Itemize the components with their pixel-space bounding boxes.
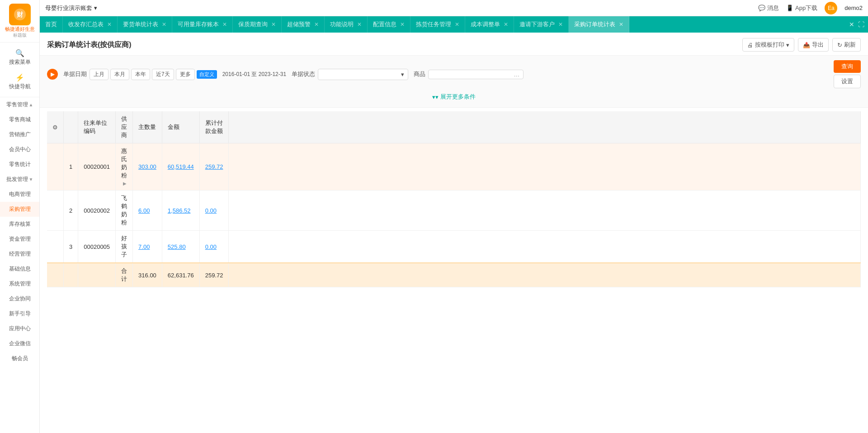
tab-quality-check[interactable]: 保质期查询 ✕ [233,16,282,33]
sidebar-item-retail-stats[interactable]: 零售统计 [0,157,39,172]
close-window-icon[interactable]: ✕ [849,21,854,28]
tab-cost-adjust[interactable]: 成本调整单 ✕ [465,16,514,33]
table-cell-checkbox [47,231,64,263]
refresh-button[interactable]: ↻ 刷新 [832,38,861,52]
amount-link[interactable]: 60,519.44 [168,163,194,170]
filter-row: ▶ 单据日期 上月 本月 本年 近7天 更多 自定义 2016-01-01 至 … [47,60,861,88]
message-icon: 💬 [758,5,765,11]
sidebar-item-retail-mgmt[interactable]: 零售管理 ▲ [0,97,39,112]
paid-amount-link[interactable]: 0.00 [205,207,217,214]
query-button[interactable]: 查询 [834,60,861,73]
print-icon: 🖨 [747,42,753,48]
filter-expand-button[interactable]: ▶ [47,69,58,80]
sidebar-item-ecommerce-label: 电商管理 [9,190,31,198]
sidebar-item-search[interactable]: 🔍 搜索菜单 [0,45,39,70]
paid-amount-link[interactable]: 259.72 [205,163,223,170]
sidebar-item-retail-stats-label: 零售统计 [9,161,31,168]
sidebar-item-retail-shop[interactable]: 零售商城 [0,112,39,127]
tab-purchase-order-stats-label: 采购订单统计表 [574,20,615,29]
sidebar-item-finance[interactable]: 资金管理 [0,232,39,247]
tab-usable-inventory[interactable]: 可用量库存账本 ✕ [172,16,233,33]
sidebar-item-operations[interactable]: 经营管理 [0,247,39,262]
date-preset-last-month[interactable]: 上月 [90,69,108,80]
settings-button[interactable]: 设置 [834,75,861,88]
date-preset-more[interactable]: 更多 [176,69,195,80]
sidebar-item-quicknav[interactable]: ⚡ 快捷导航 [0,70,39,94]
tab-close-icon[interactable]: ✕ [107,21,112,28]
user-name: demo2 [844,5,863,11]
quantity-link[interactable]: 6.00 [138,207,150,214]
search-icon: 🔍 [15,49,24,57]
tab-overstock[interactable]: 超储预警 ✕ [282,16,325,33]
tab-config[interactable]: 配置信息 ✕ [368,16,410,33]
sidebar-item-member2[interactable]: 畅会员 [0,351,39,366]
tab-close-icon[interactable]: ✕ [222,21,227,28]
message-button[interactable]: 💬 消息 [758,4,779,12]
tab-close-icon[interactable]: ✕ [271,21,276,28]
custom-date-badge[interactable]: 自定义 [197,70,217,79]
sidebar-item-marketing[interactable]: 营销推广 [0,127,39,142]
date-preset-this-month[interactable]: 本月 [110,69,129,80]
amount-link[interactable]: 1,586.52 [168,207,191,214]
expand-more-button[interactable]: ▾▾ 展开更多条件 [429,91,479,103]
tab-function-desc-label: 功能说明 [330,20,354,29]
tab-close-icon[interactable]: ✕ [504,21,508,28]
tab-order-stats[interactable]: 要货单统计表 ✕ [118,16,172,33]
amount-link[interactable]: 525.80 [168,243,186,250]
tab-usable-inventory-label: 可用量库存账本 [178,20,219,29]
tab-receipt-summary-label: 收发存汇总表 [68,20,104,29]
sidebar-item-inventory[interactable]: 库存核算 [0,217,39,232]
workspace-chevron-icon: ▾ [94,5,97,11]
tab-invite-customer[interactable]: 邀请下游客户 ✕ [514,16,569,33]
sidebar-item-app-center[interactable]: 应用中心 [0,321,39,336]
expand-window-icon[interactable]: ⛶ [858,21,864,28]
avatar[interactable]: Ea [825,2,837,14]
sidebar-item-wholesale[interactable]: 批发管理 ▼ [0,172,39,187]
tab-picking[interactable]: 拣货任务管理 ✕ [410,16,465,33]
date-preset-this-year[interactable]: 本年 [131,69,150,80]
chevron-right-icon: ▼ [29,177,33,182]
gear-icon[interactable]: ⚙ [52,124,58,131]
sidebar-item-purchase[interactable]: 采购管理 [0,202,39,217]
tab-purchase-order-stats[interactable]: 采购订单统计表 ✕ [569,16,629,33]
table-cell-paid-amount: 0.00 [199,231,229,263]
tab-home[interactable]: 首页 [40,16,63,33]
tab-close-icon[interactable]: ✕ [455,21,459,28]
tab-close-icon[interactable]: ✕ [619,21,623,28]
sidebar-item-guide[interactable]: 新手引导 [0,306,39,321]
sidebar-item-member[interactable]: 会员中心 [0,142,39,157]
product-search-input[interactable] [432,71,514,78]
app-download-button[interactable]: 📱 App下载 [786,4,817,12]
sidebar-item-quicknav-label: 快捷导航 [9,83,31,90]
export-button[interactable]: 📤 导出 [798,38,829,52]
table-cell-supplier-code: 00020005 [78,231,116,263]
app-download-label: App下载 [795,4,817,12]
tab-receipt-summary[interactable]: 收发存汇总表 ✕ [63,16,118,33]
tab-close-icon[interactable]: ✕ [314,21,319,28]
template-print-button[interactable]: 🖨 按模板打印 ▾ [742,38,794,52]
sidebar-item-basic-info[interactable]: 基础信息 [0,262,39,276]
footer-cell-paid-amount: 259.72 [199,263,229,287]
product-filter-dots-icon[interactable]: … [514,71,519,78]
tab-close-icon[interactable]: ✕ [400,21,405,28]
row-expand-icon[interactable]: ▶ [123,181,127,186]
expand-more-row: ▾▾ 展开更多条件 [47,91,861,103]
sidebar-item-ecommerce[interactable]: 电商管理 [0,187,39,202]
status-dropdown[interactable]: ▾ [318,69,408,80]
paid-amount-link[interactable]: 0.00 [205,243,217,250]
tab-close-icon[interactable]: ✕ [162,21,166,28]
table-cell-amount: 60,519.44 [162,143,199,190]
tab-function-desc[interactable]: 功能说明 ✕ [325,16,368,33]
tab-close-icon[interactable]: ✕ [357,21,362,28]
status-dropdown-arrow-icon: ▾ [401,71,404,78]
sidebar-top-section: 🔍 搜索菜单 ⚡ 快捷导航 [0,43,39,97]
date-preset-last-7-days[interactable]: 近7天 [152,69,174,80]
sidebar-item-wechat[interactable]: 企业微信 [0,336,39,351]
quantity-link[interactable]: 7.00 [138,243,150,250]
sidebar-item-system[interactable]: 系统管理 [0,276,39,291]
table-cell-extra [229,143,861,190]
tab-close-icon[interactable]: ✕ [558,21,563,28]
quantity-link[interactable]: 303.00 [138,163,156,170]
workspace-selector[interactable]: 母婴行业演示账套 ▾ [45,4,97,12]
sidebar-item-enterprise[interactable]: 企业协同 [0,291,39,306]
